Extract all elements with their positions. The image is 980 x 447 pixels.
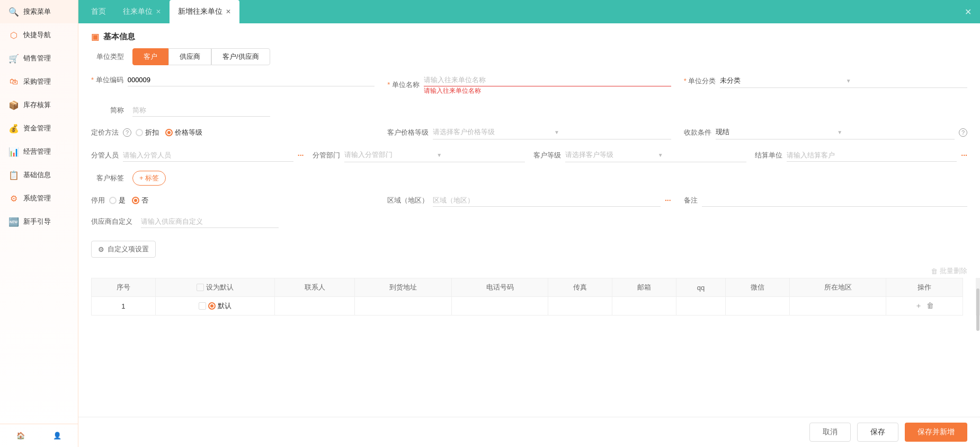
section-title-text: 基本信息 bbox=[103, 32, 135, 42]
sidebar-item-finance[interactable]: 💰 资金管理 bbox=[0, 117, 78, 140]
content-area: ▣ 基本信息 单位类型 客户 供应商 客户/供应商 单位编码 bbox=[78, 23, 980, 447]
select-all-checkbox[interactable] bbox=[197, 284, 204, 291]
sidebar-item-basic-info[interactable]: 📋 基础信息 bbox=[0, 163, 78, 187]
disabled-region-row: 停用 是 否 区域（地区） ··· bbox=[91, 194, 967, 207]
sidebar-item-search[interactable]: 🔍 搜索菜单 bbox=[0, 0, 78, 23]
supplier-custom-input[interactable] bbox=[141, 215, 279, 228]
region-input[interactable] bbox=[433, 194, 661, 207]
sidebar-item-label: 系统管理 bbox=[23, 194, 51, 203]
customer-level-field: 客户等级 请选择客户等级 ▼ bbox=[533, 148, 746, 162]
disabled-yes-label: 是 bbox=[119, 196, 126, 205]
unit-name-label: 单位名称 bbox=[387, 80, 420, 90]
tab-new-contact-label: 新增往来单位 bbox=[178, 7, 222, 16]
table-header-row: 序号 设为默认 联系人 到货地址 电话号码 传真 邮箱 qq bbox=[92, 278, 963, 297]
payment-terms-value: 现结 bbox=[716, 127, 833, 137]
manager-field: 分管人员 ··· bbox=[91, 149, 304, 162]
sidebar-item-operations[interactable]: 📊 经营管理 bbox=[0, 140, 78, 163]
settlement-unit-field: 结算单位 ··· bbox=[755, 149, 968, 162]
chevron-down-icon-4: ▼ bbox=[436, 152, 525, 158]
short-name-input[interactable] bbox=[132, 104, 270, 117]
save-button[interactable]: 保存 bbox=[857, 423, 898, 442]
disabled-yes-radio[interactable]: 是 bbox=[109, 196, 126, 205]
customer-price-level-field: 客户价格等级 请选择客户价格等级 ▼ bbox=[387, 125, 671, 139]
remark-input[interactable] bbox=[702, 194, 967, 207]
sidebar-item-guide[interactable]: 🆕 新手引导 bbox=[0, 210, 78, 233]
row-action-buttons: ＋ 🗑 bbox=[893, 301, 956, 311]
customer-level-select[interactable]: 请选择客户等级 ▼ bbox=[565, 148, 746, 162]
payment-terms-select[interactable]: 现结 ▼ bbox=[716, 125, 955, 139]
unit-type-supplier[interactable]: 供应商 bbox=[168, 48, 211, 65]
settlement-unit-label: 结算单位 bbox=[755, 151, 782, 160]
row-default-label: 默认 bbox=[218, 301, 231, 311]
customer-price-level-placeholder: 请选择客户价格等级 bbox=[433, 127, 550, 137]
add-row-button[interactable]: ＋ bbox=[915, 301, 922, 311]
tab-new-contact-close[interactable]: ✕ bbox=[226, 8, 231, 15]
pricing-help-icon[interactable]: ? bbox=[123, 128, 131, 137]
row-fax bbox=[548, 297, 612, 315]
manager-label: 分管人员 bbox=[91, 151, 119, 160]
col-email: 邮箱 bbox=[612, 278, 676, 297]
pricing-level-radio[interactable]: 价格等级 bbox=[165, 128, 202, 137]
finance-icon: 💰 bbox=[8, 123, 19, 134]
row-checkbox[interactable] bbox=[199, 302, 206, 310]
custom-settings-button[interactable]: ⚙ 自定义项设置 bbox=[91, 241, 156, 258]
pricing-radio-group: 折扣 价格等级 bbox=[136, 128, 202, 137]
settlement-more-btn[interactable]: ··· bbox=[961, 151, 967, 160]
customer-tag-label: 客户标签 bbox=[91, 173, 128, 183]
tab-new-contact[interactable]: 新增往来单位 ✕ bbox=[170, 0, 239, 23]
unit-code-input[interactable] bbox=[128, 74, 375, 86]
col-wechat: 微信 bbox=[726, 278, 790, 297]
save-and-new-button[interactable]: 保存并新增 bbox=[905, 423, 967, 442]
chevron-down-icon: ▼ bbox=[846, 78, 967, 84]
table-scrollbar[interactable] bbox=[976, 278, 980, 315]
cancel-button[interactable]: 取消 bbox=[809, 423, 851, 442]
unit-name-input[interactable] bbox=[424, 74, 671, 86]
sidebar-item-label: 搜索菜单 bbox=[23, 7, 51, 16]
pricing-discount-radio[interactable]: 折扣 bbox=[136, 128, 159, 137]
add-tag-button[interactable]: + 标签 bbox=[132, 171, 166, 186]
batch-delete-label[interactable]: 批量删除 bbox=[940, 266, 967, 276]
delete-row-button[interactable]: 🗑 bbox=[926, 301, 934, 311]
sidebar-item-sales[interactable]: 🛒 销售管理 bbox=[0, 47, 78, 70]
customer-price-level-select[interactable]: 请选择客户价格等级 ▼ bbox=[433, 125, 671, 139]
manager-more-btn[interactable]: ··· bbox=[298, 151, 304, 160]
remark-field: 备注 bbox=[684, 194, 967, 207]
contact-table: 序号 设为默认 联系人 到货地址 电话号码 传真 邮箱 qq bbox=[91, 278, 963, 315]
sidebar-item-purchase[interactable]: 🛍 采购管理 bbox=[0, 70, 78, 93]
tab-contacts-close[interactable]: ✕ bbox=[156, 8, 161, 15]
region-more-btn[interactable]: ··· bbox=[665, 196, 671, 205]
col-region: 所在地区 bbox=[790, 278, 886, 297]
sidebar-item-system[interactable]: ⚙ 系统管理 bbox=[0, 187, 78, 210]
row-qq bbox=[676, 297, 725, 315]
payment-help-icon[interactable]: ? bbox=[959, 128, 967, 137]
scrollbar-thumb bbox=[976, 288, 979, 331]
pricing-level-label: 价格等级 bbox=[175, 128, 202, 137]
sidebar-item-quick-nav[interactable]: ⬡ 快捷导航 bbox=[0, 23, 78, 47]
tab-home[interactable]: 首页 bbox=[83, 0, 114, 23]
pricing-discount-circle bbox=[136, 129, 143, 136]
region-field: 区域（地区） ··· bbox=[387, 194, 671, 207]
department-select[interactable]: 请输入分管部门 ▼ bbox=[344, 148, 525, 162]
unit-type-label: 单位类型 bbox=[91, 52, 128, 62]
unit-type-both[interactable]: 客户/供应商 bbox=[211, 48, 270, 65]
sidebar-bottom: 🏠 👤 bbox=[0, 424, 78, 447]
unit-type-customer[interactable]: 客户 bbox=[132, 48, 168, 65]
disabled-no-radio[interactable]: 否 bbox=[132, 196, 148, 205]
chevron-down-icon-5: ▼ bbox=[658, 152, 746, 158]
sidebar-item-inventory[interactable]: 📦 库存核算 bbox=[0, 93, 78, 117]
disabled-no-circle bbox=[132, 197, 139, 204]
chevron-down-icon-2: ▼ bbox=[554, 129, 671, 135]
row-default-radio[interactable]: 默认 bbox=[208, 301, 231, 311]
disabled-no-label: 否 bbox=[141, 196, 148, 205]
sidebar-item-label: 采购管理 bbox=[23, 77, 51, 86]
pricing-row: 定价方法 ? 折扣 价格等级 客户价格等级 bbox=[91, 125, 967, 139]
unit-category-select[interactable]: 未分类 ▼ bbox=[720, 74, 967, 88]
manager-input[interactable] bbox=[123, 149, 293, 162]
close-all-tabs[interactable]: ✕ bbox=[960, 5, 976, 19]
settlement-unit-input[interactable] bbox=[787, 149, 957, 162]
home-icon: ⬡ bbox=[8, 30, 19, 40]
sidebar-home-btn[interactable]: 🏠 bbox=[4, 428, 37, 443]
customer-level-placeholder: 请选择客户等级 bbox=[565, 150, 654, 160]
tab-contacts[interactable]: 往来单位 ✕ bbox=[114, 0, 170, 23]
sidebar-user-btn[interactable]: 👤 bbox=[41, 428, 74, 443]
